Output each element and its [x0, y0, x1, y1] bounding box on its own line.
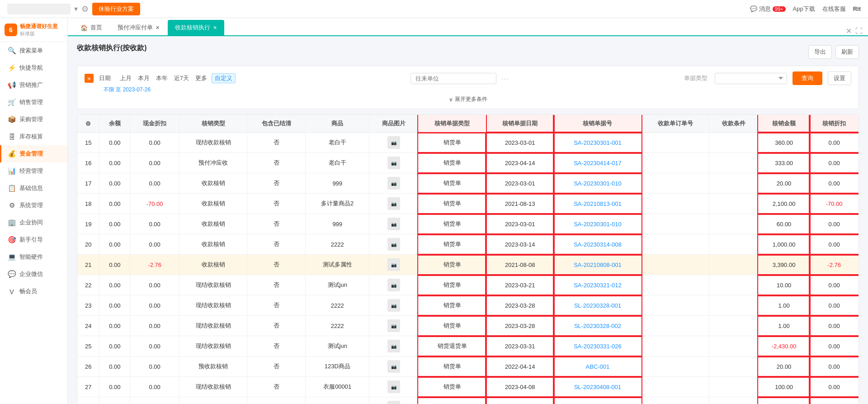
td-goods: 2222: [306, 295, 369, 316]
td-num: 18: [77, 194, 99, 214]
sidebar-item-finance[interactable]: 💰资金管理: [0, 145, 67, 162]
sidebar-item-label-base-info: 基础信息: [19, 184, 43, 192]
tab-prepay-close[interactable]: ✕: [156, 25, 160, 31]
th-row-num: ⚙: [77, 115, 99, 133]
td-cancel-doc-no[interactable]: SA-20210813-001: [554, 194, 641, 214]
td-include-settled: 否: [247, 173, 305, 194]
td-cancel-amount: 100.00: [758, 377, 810, 397]
td-cash-discount: -2.76: [130, 255, 179, 275]
th-goods: 商品: [306, 115, 369, 133]
td-cancel-doc-no[interactable]: SA-20230301-010: [554, 173, 641, 194]
sidebar-item-wechat[interactable]: 💬企业微信: [0, 266, 67, 283]
sidebar-items: 🔍搜索菜单⚡快捷导航📢营销推广🛒销售管理📦采购管理🗄库存核算💰资金管理📊经营管理…: [0, 42, 67, 300]
sidebar-item-member[interactable]: V畅会员: [0, 283, 67, 300]
system-icon: ⚙: [8, 201, 16, 209]
tab-close-window-icon[interactable]: ✕: [846, 27, 852, 35]
sidebar-item-business[interactable]: 📊经营管理: [0, 162, 67, 180]
th-cancel-type: 核销类型: [179, 115, 247, 133]
sidebar-item-enterprise[interactable]: 🏢企业协同: [0, 214, 67, 231]
partner-input[interactable]: [410, 73, 496, 84]
expand-more-btn[interactable]: ∨ 展开更多条件: [85, 95, 851, 103]
expand-collapse-btn[interactable]: »: [85, 74, 94, 83]
td-balance: 0.00: [99, 275, 130, 295]
date-btn-more[interactable]: 更多: [193, 73, 209, 83]
sidebar-item-system[interactable]: ⚙系统管理: [0, 197, 67, 214]
td-cancel-doc-no[interactable]: SA-20230314-008: [554, 234, 641, 255]
td-cancel-doc-no[interactable]: SL-20230328-002: [554, 316, 641, 336]
table-body: 15 0.00 0.00 现结收款核销 否 老白干 📷 销货单 2023-03-…: [77, 133, 859, 404]
tab-fullscreen-icon[interactable]: ⛶: [855, 27, 863, 35]
td-goods: 测试多属性: [306, 255, 369, 275]
settings-icon[interactable]: ⚙: [81, 4, 89, 14]
td-cancel-doc-type: 销货单: [418, 173, 486, 194]
dropdown-arrow-icon[interactable]: ▾: [74, 5, 78, 13]
tab-home[interactable]: 🏠 首页: [73, 20, 109, 35]
tab-collect-close[interactable]: ✕: [213, 25, 217, 31]
date-btn-this-month[interactable]: 本月: [136, 73, 151, 83]
sidebar-item-search-menu[interactable]: 🔍搜索菜单: [0, 42, 67, 59]
td-cancel-type: 现结收款核销: [179, 295, 247, 316]
tab-prepay[interactable]: 预付冲应付单 ✕: [110, 20, 167, 35]
data-table: ⚙ 余额 现金折扣 核销类型 包含已结清 商品 商品图片 核销单据类型 核销单据…: [77, 115, 859, 404]
sidebar-item-label-finance: 资金管理: [19, 150, 43, 158]
td-goods: 999: [306, 173, 369, 194]
sidebar-item-label-enterprise: 企业协同: [19, 219, 43, 227]
td-cancel-date: 2023-04-18: [486, 397, 554, 404]
td-cancel-doc-type: 销货单: [418, 275, 486, 295]
td-cancel-type: 收款核销: [179, 255, 247, 275]
online-service[interactable]: 在线客服: [822, 5, 846, 13]
table-row: 16 0.00 0.00 预付冲应收 否 老白干 📷 销货单 2023-04-1…: [77, 153, 859, 173]
expand-icon[interactable]: »: [85, 74, 94, 83]
sidebar-item-guide[interactable]: 🎯新手引导: [0, 231, 67, 248]
doc-type-select[interactable]: [715, 73, 787, 84]
td-cancel-type: 现结收款核销: [179, 397, 247, 404]
td-cancel-doc-no[interactable]: SL-20230418-001: [554, 397, 641, 404]
date-btn-last-month[interactable]: 上月: [118, 73, 133, 83]
settings-btn[interactable]: 设置: [828, 71, 851, 85]
td-cancel-doc-no[interactable]: SA-20230414-017: [554, 153, 641, 173]
sidebar-item-base-info[interactable]: 📋基础信息: [0, 180, 67, 197]
td-cash-discount: 0.00: [130, 173, 179, 194]
date-btn-7days[interactable]: 近7天: [172, 73, 191, 83]
td-cancel-doc-type: 销货退货单: [418, 336, 486, 356]
sidebar-item-purchase[interactable]: 📦采购管理: [0, 111, 67, 128]
td-cancel-doc-no[interactable]: SA-20210808-001: [554, 255, 641, 275]
export-btn[interactable]: 导出: [808, 45, 832, 59]
td-cancel-doc-no[interactable]: SA-20230321-012: [554, 275, 641, 295]
date-range-display: 不限 至 2023-07-26: [85, 86, 851, 94]
td-goods-img: 📷: [369, 153, 419, 173]
table-row: 22 0.00 0.00 现结收款核销 否 测试jun 📷 销货单 2023-0…: [77, 275, 859, 295]
sidebar-item-marketing[interactable]: 📢营销推广: [0, 76, 67, 94]
date-btn-this-year[interactable]: 本年: [154, 73, 170, 83]
industry-btn[interactable]: 休验行业方案: [92, 3, 140, 15]
td-cancel-doc-no[interactable]: SA-20230301-010: [554, 214, 641, 234]
sidebar-item-smart-hw[interactable]: 💻智能硬件: [0, 248, 67, 266]
sidebar-item-inventory[interactable]: 🗄库存核算: [0, 128, 67, 145]
main-layout: 6 畅捷通谱好生意 标准版 🔍搜索菜单⚡快捷导航📢营销推广🛒销售管理📦采购管理🗄…: [0, 18, 868, 404]
td-cash-discount: 0.00: [130, 295, 179, 316]
user-name[interactable]: Rit: [853, 5, 861, 12]
query-btn[interactable]: 查询: [793, 71, 822, 85]
td-cancel-doc-no[interactable]: ABC-001: [554, 356, 641, 377]
td-cancel-doc-no[interactable]: SL-20230408-001: [554, 377, 641, 397]
td-goods-img: 📷: [369, 173, 419, 194]
td-cancel-doc-no[interactable]: SA-20230331-026: [554, 336, 641, 356]
marketing-icon: 📢: [8, 81, 16, 89]
td-collect-condition: [709, 377, 758, 397]
td-cash-discount: 0.00: [130, 275, 179, 295]
td-cancel-doc-type: 销货单: [418, 214, 486, 234]
td-cancel-date: 2023-04-08: [486, 377, 554, 397]
tab-collect[interactable]: 收款核销执行 ✕: [168, 20, 224, 35]
td-include-settled: 否: [247, 255, 305, 275]
quick-nav-icon: ⚡: [8, 64, 16, 72]
refresh-btn[interactable]: 刷新: [835, 45, 859, 59]
td-include-settled: 否: [247, 356, 305, 377]
date-btn-custom[interactable]: 自定义: [212, 73, 236, 83]
sidebar-item-sales[interactable]: 🛒销售管理: [0, 94, 67, 111]
td-cancel-doc-no[interactable]: SL-20230328-001: [554, 295, 641, 316]
message-area[interactable]: 💬 消息 99+: [750, 5, 786, 13]
sidebar-item-quick-nav[interactable]: ⚡快捷导航: [0, 59, 67, 76]
td-collect-order-no: [642, 234, 709, 255]
td-cancel-doc-no[interactable]: SA-20230301-001: [554, 133, 641, 153]
app-download[interactable]: App下载: [793, 5, 815, 13]
